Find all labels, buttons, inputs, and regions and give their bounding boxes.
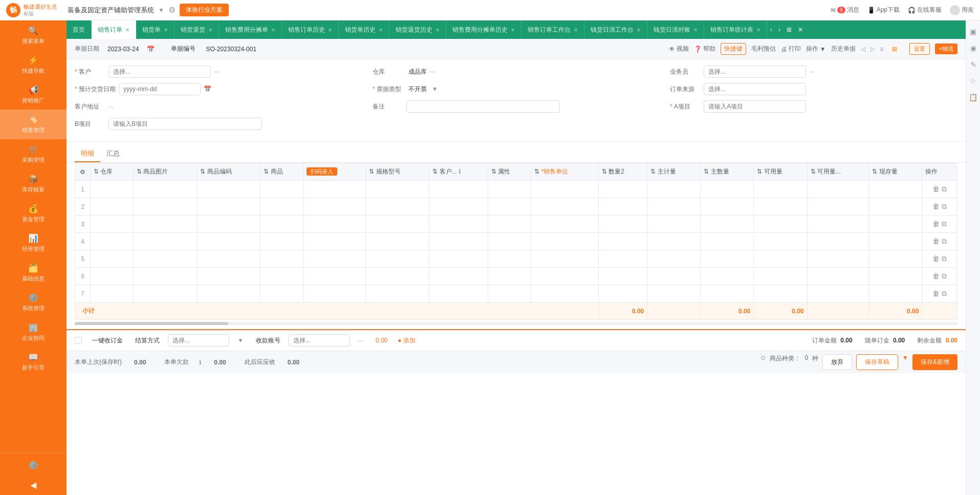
row3-spec[interactable] (366, 216, 429, 233)
row7-scan[interactable] (303, 285, 366, 303)
row5-scan[interactable] (303, 250, 366, 268)
row4-code[interactable] (197, 233, 260, 250)
calendar-icon[interactable]: 📅 (147, 46, 155, 53)
payment-dropdown[interactable]: ▼ (237, 337, 244, 344)
row3-main-qty[interactable] (701, 216, 754, 233)
row4-copy-btn[interactable]: ⧉ (942, 237, 947, 246)
tab-order-workbench[interactable]: 销售订单工作台 ✕ (521, 20, 584, 39)
row4-product[interactable] (260, 233, 303, 250)
row1-unit[interactable] (531, 181, 599, 198)
row7-qty2[interactable] (599, 285, 647, 303)
tab-sales-order-history-close[interactable]: ✕ (328, 27, 332, 33)
help-btn[interactable]: ❓ 帮助 (694, 45, 715, 53)
row2-delete-btn[interactable]: 🗑 (932, 202, 940, 211)
preview-btn[interactable]: 👁 视频 (669, 45, 689, 53)
row3-image[interactable] (134, 216, 197, 233)
payment-method-input[interactable] (168, 334, 229, 347)
sidebar-item-finance[interactable]: 💰 资金管理 (0, 199, 67, 228)
tab-return-history-close[interactable]: ✕ (435, 27, 440, 33)
sidebar-settings-btn[interactable]: ⚙️ (0, 455, 67, 475)
row6-attribute[interactable] (488, 268, 531, 285)
row6-main-unit[interactable] (647, 268, 701, 285)
sidebar-item-search[interactable]: 🔍 搜索菜单 (0, 20, 67, 50)
tab-sales-order-close[interactable]: ✕ (125, 27, 129, 33)
row6-warehouse[interactable] (91, 268, 134, 285)
row2-attribute[interactable] (488, 198, 531, 216)
remarks-input[interactable] (406, 100, 560, 113)
row3-warehouse[interactable] (91, 216, 134, 233)
row5-product[interactable] (260, 250, 303, 268)
list-view-icon[interactable]: ≡ (880, 46, 884, 53)
row3-main-unit[interactable] (647, 216, 701, 233)
b-project-input[interactable] (108, 118, 262, 130)
row1-spec[interactable] (366, 181, 429, 198)
row1-customer-code[interactable] (429, 181, 488, 198)
tab-sales-order[interactable]: 销售订单 ✕ (92, 20, 136, 39)
col-scan[interactable]: 扫码录入 (303, 163, 366, 181)
sidebar-item-sales[interactable]: 🏷️ 销售管理 (0, 110, 67, 139)
row5-main-unit[interactable] (647, 250, 701, 268)
row3-qty2[interactable] (599, 216, 647, 233)
row4-attribute[interactable] (488, 233, 531, 250)
tab-sales-return-close[interactable]: ✕ (208, 27, 212, 33)
row2-main-unit[interactable] (647, 198, 701, 216)
row6-scan[interactable] (303, 268, 366, 285)
row4-scan[interactable] (303, 233, 366, 250)
print-btn[interactable]: 🖨 打印 (781, 45, 801, 53)
row2-code[interactable] (197, 198, 260, 216)
row6-available2[interactable] (807, 268, 869, 285)
tab-sales-fee[interactable]: 销售费用分摊单 ✕ (219, 20, 282, 39)
row3-delete-btn[interactable]: 🗑 (932, 220, 940, 228)
tab-sales-return[interactable]: 销货退货 ✕ (175, 20, 219, 39)
sort-icon-qty2[interactable]: ⇅ (602, 168, 607, 175)
row1-main-unit[interactable] (647, 181, 701, 198)
row6-copy-btn[interactable]: ⧉ (942, 272, 947, 281)
row4-unit[interactable] (531, 233, 599, 250)
customer-more-btn[interactable]: ··· (214, 68, 219, 75)
save-new-btn[interactable]: 保存&新增 (912, 354, 957, 370)
row7-image[interactable] (134, 285, 197, 303)
row4-main-unit[interactable] (647, 233, 701, 250)
row6-product[interactable] (260, 268, 303, 285)
tab-home[interactable]: 首页 (67, 20, 92, 39)
row7-copy-btn[interactable]: ⧉ (942, 289, 947, 298)
row5-warehouse[interactable] (91, 250, 134, 268)
sidebar-item-quick[interactable]: ⚡ 快捷导航 (0, 50, 67, 80)
sidebar-collapse-btn[interactable]: ◀ (0, 475, 67, 495)
row4-image[interactable] (134, 233, 197, 250)
row1-image[interactable] (134, 181, 197, 198)
trial-btn[interactable]: 体验行业方案 (180, 4, 229, 16)
row7-code[interactable] (197, 285, 260, 303)
row2-product[interactable] (260, 198, 303, 216)
receipt-more-btn[interactable]: ··· (358, 337, 363, 344)
row4-available2[interactable] (807, 233, 869, 250)
tab-order-workbench-close[interactable]: ✕ (574, 27, 578, 33)
row7-main-qty[interactable] (701, 285, 754, 303)
row1-available[interactable] (754, 181, 807, 198)
nav-prev-icon[interactable]: ◁ (861, 46, 865, 53)
row5-image[interactable] (134, 250, 197, 268)
row2-qty2[interactable] (599, 198, 647, 216)
row3-customer-code[interactable] (429, 216, 488, 233)
row5-delete-btn[interactable]: 🗑 (932, 254, 940, 263)
row4-spec[interactable] (366, 233, 429, 250)
right-panel-icon-4[interactable]: ☆ (967, 75, 979, 87)
scroll-bar-area[interactable] (67, 322, 966, 329)
sort-icon-unit[interactable]: ⇅ (534, 168, 539, 175)
row6-customer-code[interactable] (429, 268, 488, 285)
tab-invoice-history[interactable]: 销货单历史 ✕ (339, 20, 389, 39)
tab-daily-workbench[interactable]: 钱货日清工作台 ✕ (584, 20, 647, 39)
right-panel-icon-3[interactable]: ✎ (967, 58, 979, 71)
receipt-account-input[interactable] (289, 334, 350, 347)
grid-view-icon[interactable]: ⊞ (889, 45, 900, 54)
sidebar-item-system[interactable]: ⚙️ 系统管理 (0, 288, 67, 317)
row7-available[interactable] (754, 285, 807, 303)
save-draft-dropdown[interactable]: ▼ (902, 354, 908, 370)
app-download-link[interactable]: 📱 App下载 (867, 6, 900, 14)
row7-stock[interactable] (869, 285, 922, 303)
salesperson-input[interactable] (704, 66, 806, 78)
row5-code[interactable] (197, 250, 260, 268)
user-area[interactable]: 用友 (950, 5, 974, 15)
discard-btn[interactable]: 放弃 (822, 354, 852, 370)
sidebar-item-inventory[interactable]: 📦 库存核算 (0, 169, 67, 199)
